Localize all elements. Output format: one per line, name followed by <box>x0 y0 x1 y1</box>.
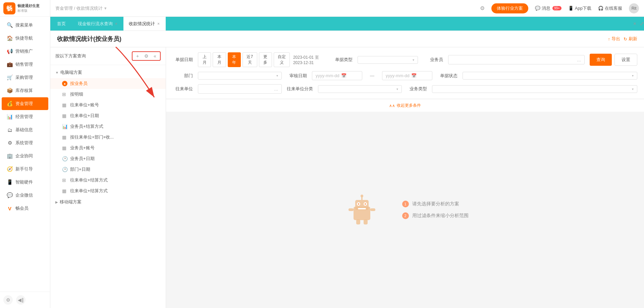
salesman-input[interactable]: ... <box>448 55 585 64</box>
review-date-from[interactable]: yyyy-mm-dd 📅 <box>312 71 362 80</box>
svg-point-5 <box>365 203 366 205</box>
sidebar-item-basic[interactable]: 🗂 基础信息 <box>2 123 48 136</box>
unit-input[interactable]: ... <box>198 84 282 94</box>
unit-settle2-icon: ▦ <box>62 188 67 194</box>
unit-more-dots[interactable]: ... <box>274 86 278 92</box>
collection-tab-close[interactable]: × <box>157 21 160 27</box>
trial-btn[interactable]: 体验行业方案 <box>491 3 528 13</box>
sidebar-item-sales[interactable]: 💼 销售管理 <box>2 58 48 71</box>
voucher-status-select[interactable]: ▾ <box>463 72 637 80</box>
review-date-label: 审核日期 <box>287 73 307 79</box>
collapse-bar[interactable]: ∧∧ 收起更多条件 <box>166 99 644 112</box>
sidebar-item-wechat[interactable]: 💬 企业微信 <box>2 189 48 202</box>
inventory-icon: 📦 <box>7 88 13 94</box>
tree-item-unit-account[interactable]: ▦ 往来单位+账号 <box>50 100 166 110</box>
filter-settings-btn[interactable]: 设置 <box>614 54 637 66</box>
sidebar-item-search[interactable]: 🔍 搜索菜单 <box>2 19 48 32</box>
dept-select[interactable]: ▾ <box>198 72 282 80</box>
calendar-icon-from: 📅 <box>341 73 346 78</box>
date-btn-custom[interactable]: 自定义 <box>274 52 290 67</box>
tree-item-salesman-account[interactable]: ▦ 业务员+账号 <box>50 143 166 153</box>
unit-date-icon: ▦ <box>62 113 67 118</box>
action-btns: 查询 设置 <box>590 54 637 66</box>
sidebar-item-marketing[interactable]: 📢 营销推广 <box>2 45 48 58</box>
date-btn-this-year[interactable]: 本年 <box>228 52 241 67</box>
tip-text-1: 请先选择要分析的方案 <box>412 201 459 207</box>
message-badge: 99+ <box>552 6 561 10</box>
date-btn-this-month[interactable]: 本月 <box>213 52 226 67</box>
tree-item-unit-dept[interactable]: ▦ 按往来单位+部门+收... <box>50 132 166 143</box>
tree-section-mobile-header[interactable]: ▶ 移动端方案 <box>50 196 166 208</box>
scheme-add-btn[interactable]: + <box>134 52 141 60</box>
online-service-action[interactable]: 🎧 在线客服 <box>598 5 622 11</box>
tree-item-detail[interactable]: ⊞ 按明细 <box>50 89 166 100</box>
empty-state: 1 请先选择要分析的方案 2 用过滤条件来缩小分析范围 <box>166 112 644 308</box>
date-btn-last-month[interactable]: 上月 <box>198 52 211 67</box>
biz-type-select[interactable]: ▾ <box>432 85 637 93</box>
purchase-icon: 🛒 <box>7 74 13 81</box>
tab-collection[interactable]: 收款情况统计 × <box>123 17 166 31</box>
sidebar-item-enterprise[interactable]: 🏢 企业协同 <box>2 150 48 162</box>
sidebar-item-system[interactable]: ⚙ 系统管理 <box>2 137 48 149</box>
query-btn[interactable]: 查询 <box>590 54 612 66</box>
unit-category-arrow: ▾ <box>396 87 398 91</box>
tip-text-2: 用过滤条件来缩小分析范围 <box>412 213 469 219</box>
date-btn-7days[interactable]: 近7天 <box>243 52 257 67</box>
dept-label: 部门 <box>173 73 193 79</box>
tree-item-salesman-settle[interactable]: 📊 业务员+结算方式 <box>50 121 166 132</box>
refresh-btn[interactable]: ↻ 刷新 <box>624 36 637 42</box>
salesman-label: 业务员 <box>423 57 443 63</box>
sidebar-settings-btn[interactable]: ⚙ <box>3 295 13 305</box>
bank-tab-close[interactable]: × <box>114 21 118 27</box>
tree-item-unit-settle2[interactable]: ▦ 往来单位+结算方式 <box>50 186 166 196</box>
scheme-collapse-btn[interactable]: « <box>151 52 159 60</box>
tree-item-salesman[interactable]: ● 按业务员 <box>50 78 166 89</box>
sidebar-item-guide[interactable]: 🧭 新手引导 <box>2 163 48 175</box>
tree-item-unit-date[interactable]: ▦ 往来单位+日期 <box>50 110 166 121</box>
salesman-more-dots[interactable]: ... <box>577 57 581 62</box>
tabbar: 首页 现金银行流水查询 × 收款情况统计 × × ⤢ <box>50 17 644 31</box>
review-date-to[interactable]: yyyy-mm-dd 📅 <box>382 71 432 80</box>
window-expand-btn[interactable]: ⤢ <box>640 20 644 27</box>
tree-section-pc-header[interactable]: ▼ 电脑端方案 <box>50 67 166 78</box>
sidebar-item-inventory[interactable]: 📦 库存核算 <box>2 84 48 97</box>
unit-category-label: 往来单位分类 <box>287 86 313 92</box>
sidebar-item-shortcut[interactable]: 🏠 快捷导航 <box>2 32 48 45</box>
sidebar-item-member[interactable]: V 畅会员 <box>2 202 48 215</box>
hardware-icon: 📱 <box>7 179 13 185</box>
wechat-icon: 💬 <box>7 192 13 198</box>
empty-tip-1: 1 请先选择要分析的方案 <box>402 201 469 207</box>
user-avatar[interactable]: Rit <box>629 3 639 13</box>
empty-tip-2: 2 用过滤条件来缩小分析范围 <box>402 212 469 219</box>
collapse-label: 收起更多条件 <box>397 103 421 108</box>
main-content: 资金管理 / 收款情况统计 ▾ ⚙ 体验行业方案 💬 消息 99+ 📱 App下… <box>50 0 644 308</box>
svg-rect-12 <box>364 219 368 224</box>
messages-action[interactable]: 💬 消息 99+ <box>535 5 561 11</box>
tab-home[interactable]: 首页 <box>50 17 72 31</box>
scheme-settings-btn[interactable]: ⚙ <box>143 52 150 60</box>
sidebar-item-purchase[interactable]: 🛒 采购管理 <box>2 71 48 84</box>
page-title: 收款情况统计(按业务员) <box>57 35 608 43</box>
sidebar-item-operation[interactable]: 📊 经营管理 <box>2 110 48 123</box>
sidebar-collapse-btn[interactable]: ◀‖ <box>16 295 25 305</box>
date-btn-more[interactable]: 更多 <box>259 52 272 67</box>
topbar-settings-icon[interactable]: ⚙ <box>480 5 485 11</box>
unit-category-select[interactable]: ▾ <box>318 85 402 93</box>
tab-bank[interactable]: 现金银行流水查询 × <box>72 17 123 31</box>
export-btn[interactable]: ↑ 导出 <box>608 36 621 42</box>
tree-item-unit-settle[interactable]: ⊞ 往来单位+结算方式 <box>50 175 166 186</box>
svg-point-8 <box>361 195 363 197</box>
page-content: 收款情况统计(按业务员) ↑ 导出 ↻ 刷新 按以下方案查询 <box>50 31 644 308</box>
app-download-action[interactable]: 📱 App下载 <box>568 5 591 11</box>
tree-item-salesman-date[interactable]: 🕐 业务员+日期 <box>50 153 166 164</box>
sidebar-item-finance[interactable]: 💰 资金管理 <box>2 97 48 110</box>
tree-item-dept-date[interactable]: 🕐 部门+日期 <box>50 164 166 175</box>
voucher-type-select[interactable]: ▾ <box>358 56 418 64</box>
refresh-icon: ↻ <box>624 37 627 42</box>
breadcrumb-dropdown-icon[interactable]: ▾ <box>104 6 107 11</box>
sidebar-item-hardware[interactable]: 📱 智能硬件 <box>2 176 48 189</box>
window-close-btn[interactable]: × <box>633 21 636 27</box>
empty-illustration <box>342 190 382 230</box>
tree-arrow-mobile: ▶ <box>55 200 58 204</box>
sidebar-logo: 畅 畅捷通好生意 标准版 <box>0 0 50 17</box>
